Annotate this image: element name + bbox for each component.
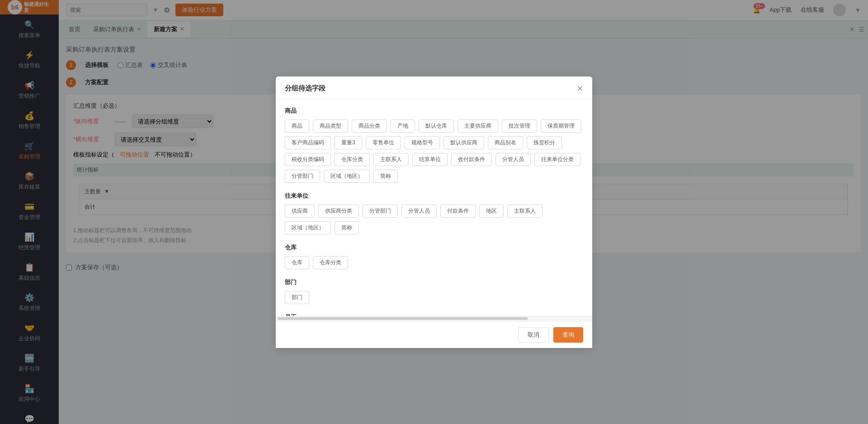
field-tag-product-10[interactable]: 零售单位 xyxy=(366,136,401,149)
field-tag-product-5[interactable]: 主要供应商 xyxy=(458,119,498,133)
field-tag-contact-1[interactable]: 供应商分类 xyxy=(318,205,359,218)
field-tags-department: 部门 xyxy=(285,291,583,304)
field-tag-warehouse-1[interactable]: 仓库分类 xyxy=(313,256,348,269)
modal-body[interactable]: 商品商品商品类型商品分类产地默认仓库主要供应商批次管理保质期管理客户商品编码重量… xyxy=(276,100,592,316)
field-tag-product-3[interactable]: 产地 xyxy=(391,119,415,133)
field-tag-product-12[interactable]: 默认供应商 xyxy=(443,136,484,149)
modal-horizontal-scrollbar[interactable] xyxy=(276,316,592,321)
field-tag-contact-0[interactable]: 供应商 xyxy=(285,205,315,218)
field-tags-product: 商品商品类型商品分类产地默认仓库主要供应商批次管理保质期管理客户商品编码重量3零… xyxy=(285,119,583,183)
field-tag-product-8[interactable]: 客户商品编码 xyxy=(285,136,331,149)
field-tag-product-2[interactable]: 商品分类 xyxy=(352,119,387,133)
field-tag-product-9[interactable]: 重量3 xyxy=(335,136,362,149)
hscroll-thumb xyxy=(278,317,528,320)
field-tag-warehouse-0[interactable]: 仓库 xyxy=(285,256,309,269)
field-tag-product-20[interactable]: 分管人员 xyxy=(495,153,531,166)
field-tag-contact-2[interactable]: 分管部门 xyxy=(363,205,398,218)
modal-overlay[interactable]: 分组待选字段 ✕ 商品商品商品类型商品分类产地默认仓库主要供应商批次管理保质期管… xyxy=(0,0,868,424)
field-tag-product-7[interactable]: 保质期管理 xyxy=(541,119,581,133)
field-tag-product-17[interactable]: 主联系人 xyxy=(373,153,409,166)
field-tags-contact: 供应商供应商分类分管部门分管人员付款条件地区主联系人区域（地区）简称 xyxy=(285,205,583,234)
field-group-title-product: 商品 xyxy=(285,107,583,115)
field-tag-product-23[interactable]: 区域（地区） xyxy=(324,170,370,183)
field-tag-product-0[interactable]: 商品 xyxy=(285,119,309,133)
field-tag-product-15[interactable]: 税收分类编码 xyxy=(285,153,331,166)
field-selection-modal: 分组待选字段 ✕ 商品商品商品类型商品分类产地默认仓库主要供应商批次管理保质期管… xyxy=(276,76,592,348)
field-tag-contact-3[interactable]: 分管人员 xyxy=(401,205,437,218)
field-tag-product-16[interactable]: 仓库分类 xyxy=(335,153,370,166)
field-group-title-department: 部门 xyxy=(285,278,583,286)
field-tag-product-14[interactable]: 拣货积分 xyxy=(527,136,562,149)
field-group-contact: 往来单位供应商供应商分类分管部门分管人员付款条件地区主联系人区域（地区）简称 xyxy=(285,192,583,234)
field-group-department: 部门部门 xyxy=(285,278,583,304)
field-tag-contact-5[interactable]: 地区 xyxy=(479,205,504,218)
field-tag-product-4[interactable]: 默认仓库 xyxy=(419,119,454,133)
modal-footer: 取消 查询 xyxy=(276,321,592,348)
confirm-button[interactable]: 查询 xyxy=(553,327,583,343)
field-tag-product-18[interactable]: 结算单位 xyxy=(412,153,448,166)
cancel-button[interactable]: 取消 xyxy=(518,327,549,343)
field-tag-product-21[interactable]: 往来单位分类 xyxy=(534,153,580,166)
field-group-title-warehouse: 仓库 xyxy=(285,243,583,252)
modal-header: 分组待选字段 ✕ xyxy=(276,76,592,100)
field-tag-contact-8[interactable]: 简称 xyxy=(335,221,359,234)
field-tag-product-13[interactable]: 商品别名 xyxy=(488,136,523,149)
field-tag-department-0[interactable]: 部门 xyxy=(285,291,309,304)
field-group-title-contact: 往来单位 xyxy=(285,192,583,200)
field-tag-contact-4[interactable]: 付款条件 xyxy=(440,205,476,218)
modal-close-button[interactable]: ✕ xyxy=(576,84,583,94)
field-tags-warehouse: 仓库仓库分类 xyxy=(285,256,583,269)
field-tag-product-11[interactable]: 规格型号 xyxy=(405,136,440,149)
field-tag-contact-7[interactable]: 区域（地区） xyxy=(285,221,331,234)
field-group-product: 商品商品商品类型商品分类产地默认仓库主要供应商批次管理保质期管理客户商品编码重量… xyxy=(285,107,583,183)
field-tag-product-24[interactable]: 简称 xyxy=(373,170,398,183)
field-tag-product-1[interactable]: 商品类型 xyxy=(313,119,348,133)
field-tag-product-6[interactable]: 批次管理 xyxy=(502,119,537,133)
field-tag-product-22[interactable]: 分管部门 xyxy=(285,170,320,183)
field-group-warehouse: 仓库仓库仓库分类 xyxy=(285,243,583,269)
field-tag-product-19[interactable]: 收付款条件 xyxy=(451,153,492,166)
field-tag-contact-6[interactable]: 主联系人 xyxy=(507,205,542,218)
modal-title: 分组待选字段 xyxy=(285,84,326,93)
